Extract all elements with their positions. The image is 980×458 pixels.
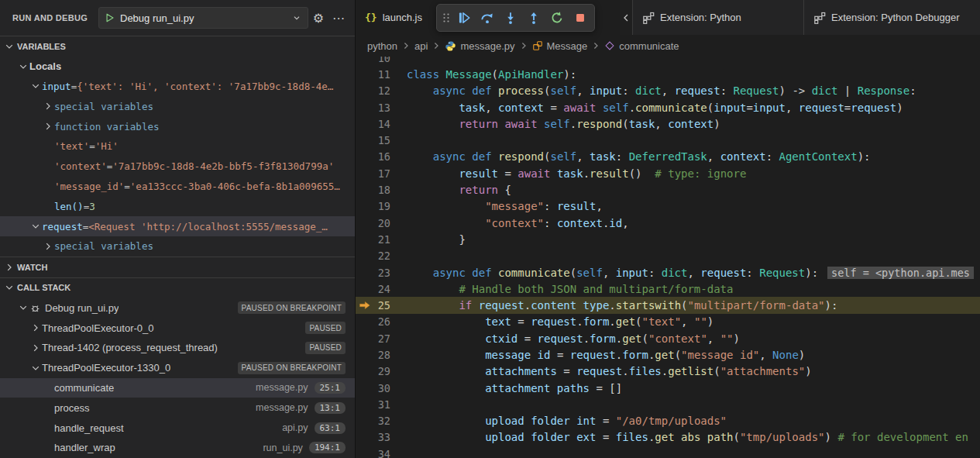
breakpoint-gutter[interactable]: 25 — [356, 297, 407, 313]
breakpoint-gutter[interactable]: 23 — [356, 264, 407, 281]
callstack-row[interactable]: handle_requestapi.py63:1 — [0, 418, 355, 438]
callstack-row[interactable]: Thread-1402 (process_request_thread)PAUS… — [0, 338, 355, 358]
breakpoint-gutter[interactable]: 30 — [356, 380, 407, 396]
code-text[interactable]: attachment_paths = [] — [407, 382, 980, 394]
code-line[interactable]: 29 attachments = request.files.getlist("… — [356, 363, 980, 380]
breakpoint-gutter[interactable]: 27 — [356, 330, 407, 346]
breakpoint-gutter[interactable]: 19 — [356, 198, 407, 215]
breakpoint-gutter[interactable]: 18 — [356, 181, 407, 198]
tab-extension-python-debugger[interactable]: Extension: Python Debugger — [803, 0, 980, 35]
callstack-row[interactable]: communicatemessage.py25:1 — [0, 378, 355, 398]
breakpoint-gutter[interactable]: 26 — [356, 314, 407, 330]
breakpoint-gutter[interactable]: 29 — [356, 363, 407, 380]
code-line[interactable]: 27 ctxid = request.form.get("context", "… — [356, 330, 980, 346]
code-line[interactable]: 26 text = request.form.get("text", "") — [356, 314, 980, 330]
code-text[interactable]: ctxid = request.form.get("context", "") — [407, 332, 980, 345]
code-line[interactable]: 16 async def respond(self, task: Deferre… — [356, 149, 980, 165]
breadcrumb-item[interactable]: communicate — [604, 40, 679, 52]
gear-icon[interactable]: ⚙ — [308, 8, 328, 28]
breadcrumb-item[interactable]: message.py — [445, 40, 514, 52]
breakpoint-gutter[interactable]: 13 — [356, 99, 407, 115]
callstack-row[interactable]: processmessage.py13:1 — [0, 398, 355, 418]
breakpoint-gutter[interactable]: 22 — [356, 248, 407, 264]
breakpoint-gutter[interactable]: 33 — [356, 429, 407, 446]
code-text[interactable]: "message": result, — [407, 200, 980, 212]
code-line[interactable]: 12 async def process(self, input: dict, … — [356, 83, 980, 99]
code-line[interactable]: 24 # Handle both JSON and multipart/form… — [356, 281, 980, 297]
debug-config-dropdown[interactable]: Debug run_ui.py — [98, 7, 308, 29]
variable-row[interactable]: input = {'text': 'Hi', 'context': '7a17b… — [0, 77, 355, 97]
breakpoint-gutter[interactable]: 16 — [356, 149, 407, 165]
breakpoint-gutter[interactable]: 17 — [356, 165, 407, 181]
breakpoint-gutter[interactable]: 20 — [356, 215, 407, 231]
variable-row[interactable]: function variables — [0, 116, 355, 136]
code-text[interactable]: task, context = await self.communicate(i… — [407, 102, 980, 114]
chevron-left-icon[interactable] — [620, 0, 632, 35]
code-text[interactable]: async def process(self, input: dict, req… — [407, 84, 980, 97]
breakpoint-gutter[interactable]: 15 — [356, 132, 407, 148]
breakpoint-gutter[interactable]: 32 — [356, 413, 407, 429]
variable-row[interactable]: 'message_id' = 'ea133ccc-3ba0-406c-befa-… — [0, 177, 355, 197]
breadcrumb-item[interactable]: api — [414, 40, 428, 52]
code-text[interactable]: # Handle both JSON and multipart/form-da… — [407, 283, 980, 295]
variable-row[interactable]: Locals — [0, 57, 355, 77]
variable-row[interactable]: special variables — [0, 96, 355, 116]
code-line[interactable]: 15 — [356, 132, 980, 148]
callstack-row[interactable]: Debug run_ui.pyPAUSED ON BREAKPOINT — [0, 298, 355, 318]
callstack-row[interactable]: handler_wraprun_ui.py194:1 — [0, 438, 355, 458]
breakpoint-gutter[interactable]: 14 — [356, 115, 407, 132]
breakpoint-gutter[interactable]: 28 — [356, 346, 407, 363]
code-text[interactable]: } — [407, 233, 980, 246]
drag-handle-icon[interactable] — [440, 7, 452, 29]
breadcrumb-item[interactable]: python — [367, 40, 397, 52]
step-over-button[interactable] — [476, 7, 498, 29]
breakpoint-gutter[interactable]: 31 — [356, 396, 407, 412]
code-text[interactable]: result = await task.result() # type: ign… — [407, 167, 980, 180]
breakpoint-gutter[interactable]: 21 — [356, 231, 407, 247]
variable-row[interactable]: 'text' = 'Hi' — [0, 136, 355, 157]
code-line[interactable]: 31 — [356, 396, 980, 412]
code-text[interactable]: return await self.respond(task, context) — [407, 118, 980, 130]
code-text[interactable]: upload_folder_ext = files.get_abs_path("… — [407, 431, 980, 443]
callstack-section-header[interactable]: CALL STACK — [0, 277, 355, 298]
code-text[interactable]: if request.content_type.startswith("mult… — [407, 299, 980, 312]
restart-button[interactable] — [546, 7, 568, 29]
code-line[interactable]: 34 — [356, 446, 980, 458]
variables-section-header[interactable]: VARIABLES — [0, 36, 355, 57]
tab-extension-python[interactable]: Extension: Python — [632, 0, 803, 35]
breakpoint-gutter[interactable]: 11 — [356, 66, 407, 82]
code-text[interactable]: return { — [407, 184, 980, 196]
code-text[interactable]: async def respond(self, task: DeferredTa… — [407, 150, 980, 163]
code-line[interactable]: 21 } — [356, 231, 980, 247]
code-line[interactable]: 32 upload_folder_int = "/a0/tmp/uploads" — [356, 413, 980, 429]
code-line[interactable]: 28 message_id = request.form.get("messag… — [356, 346, 980, 363]
more-actions-icon[interactable]: ⋯ — [328, 8, 349, 28]
code-line[interactable]: 11class Message(ApiHandler): — [356, 66, 980, 82]
step-out-button[interactable] — [523, 7, 545, 29]
code-line[interactable]: 19 "message": result, — [356, 198, 980, 215]
variable-row[interactable]: request = <Request 'http://localhost:555… — [0, 216, 355, 236]
code-text[interactable]: upload_folder_int = "/a0/tmp/uploads" — [407, 415, 980, 427]
variable-row[interactable]: special variables — [0, 236, 355, 257]
code-line[interactable]: 22 — [356, 248, 980, 264]
code-text[interactable]: text = request.form.get("text", "") — [407, 315, 980, 328]
breadcrumb-item[interactable]: Message — [532, 40, 588, 52]
code-text[interactable]: "context": context.id, — [407, 217, 980, 229]
breakpoint-gutter[interactable]: 24 — [356, 281, 407, 297]
code-line[interactable]: 20 "context": context.id, — [356, 215, 980, 231]
breakpoint-gutter[interactable]: 12 — [356, 83, 407, 99]
stop-button[interactable] — [569, 7, 591, 29]
code-line[interactable]: 18 return { — [356, 181, 980, 198]
code-line[interactable]: 13 task, context = await self.communicat… — [356, 99, 980, 115]
watch-section-header[interactable]: WATCH — [0, 257, 355, 277]
breakpoint-gutter[interactable]: 10 — [356, 57, 407, 66]
code-line[interactable]: 30 attachment_paths = [] — [356, 380, 980, 396]
continue-button[interactable] — [453, 7, 475, 29]
code-text[interactable]: class Message(ApiHandler): — [407, 68, 980, 81]
code-line[interactable]: 33 upload_folder_ext = files.get_abs_pat… — [356, 429, 980, 446]
variable-row[interactable]: len() = 3 — [0, 196, 355, 216]
code-line[interactable]: 25 if request.content_type.startswith("m… — [356, 297, 980, 313]
code-line[interactable]: 23 async def communicate(self, input: di… — [356, 264, 980, 281]
code-text[interactable]: message_id = request.form.get("message_i… — [407, 349, 980, 361]
code-line[interactable]: 10 — [356, 57, 980, 66]
